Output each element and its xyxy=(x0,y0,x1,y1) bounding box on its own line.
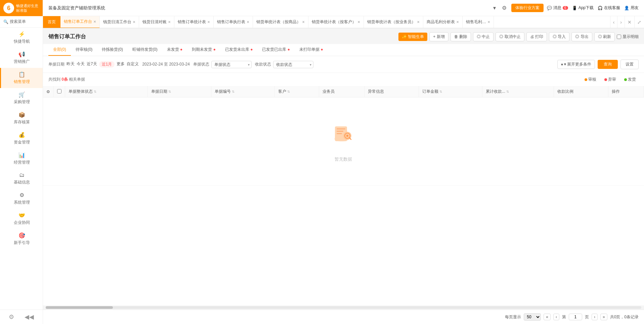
sub-tab-no-print[interactable]: 未打印单据 ● xyxy=(295,44,328,56)
sub-tab-shipped-out[interactable]: 已发货已出库 ● xyxy=(257,44,295,56)
ship-button[interactable]: 发货 xyxy=(621,76,639,83)
sort-number[interactable]: ⇅ xyxy=(232,90,234,93)
tab-sales-exec[interactable]: 销售订单执行表 ✕ xyxy=(214,16,253,28)
user-menu[interactable]: 👤 用友 xyxy=(624,5,639,11)
tab-staff-stats[interactable]: 销货单统计表（按业务员） ✕ xyxy=(364,16,423,28)
filter-date-1month[interactable]: 近1月 xyxy=(99,61,115,68)
smart-create-button[interactable]: ✨ 智能生单 xyxy=(398,33,427,41)
tab-close-reconciliation[interactable]: ✕ xyxy=(168,20,171,24)
show-detail-input[interactable] xyxy=(617,35,621,39)
print-button[interactable]: 🖨 打印 xyxy=(526,32,547,41)
sidebar-item-operation[interactable]: 📊 经营管理 xyxy=(0,149,43,169)
show-detail-checkbox[interactable]: 显示明细 xyxy=(617,34,639,40)
next-page-button[interactable]: › xyxy=(592,314,598,320)
app-download-button[interactable]: 📱 App下载 xyxy=(572,5,594,11)
page-suffix: 页 xyxy=(585,314,589,320)
filter-payment-select[interactable]: 收款状态 xyxy=(273,61,313,68)
tab-close-sales-profit[interactable]: ✕ xyxy=(487,20,490,24)
settings-footer-icon[interactable]: ⚙ xyxy=(9,313,14,321)
tab-profit[interactable]: 商品毛利分析表 ✕ xyxy=(423,16,463,28)
tab-close-staff-stats[interactable]: ✕ xyxy=(417,20,420,24)
tab-close-sales-stats[interactable]: ✕ xyxy=(207,20,210,24)
cancel-stop-button[interactable]: ◎ 取消中止 xyxy=(496,32,524,41)
th-checkbox[interactable] xyxy=(54,86,65,97)
export-button[interactable]: ◎ 导出 xyxy=(571,32,592,41)
tab-sales-stats[interactable]: 销售订单统计表 ✕ xyxy=(174,16,214,28)
tab-close-daily-cash[interactable]: ✕ xyxy=(133,20,135,24)
sort-status[interactable]: ⇅ xyxy=(94,90,96,93)
sort-amount[interactable]: ⇅ xyxy=(439,90,442,93)
filter-date-custom[interactable]: 自定义 xyxy=(127,61,139,68)
sidebar-item-basic[interactable]: 🗂 基础信息 xyxy=(0,169,43,189)
delete-button[interactable]: 🗑 删除 xyxy=(450,32,471,41)
sub-tab-not-shipped[interactable]: 未发货 ● xyxy=(162,44,187,56)
query-button[interactable]: 查询 xyxy=(598,60,618,69)
sub-tab-pending-check[interactable]: 待拣验货(0) xyxy=(97,44,128,56)
th-settings[interactable]: ⚙ xyxy=(43,86,54,97)
filter-date-more[interactable]: 更多 xyxy=(117,61,125,68)
sidebar-item-sales[interactable]: 📋 销售管理 xyxy=(0,68,43,88)
collapse-icon[interactable]: ◀◀ xyxy=(25,313,34,321)
tab-next-icon[interactable]: › xyxy=(617,16,625,28)
sub-tab-wangpu-ship[interactable]: 旺铺待发货(0) xyxy=(128,44,162,56)
refresh-button[interactable]: ◎ 刷新 xyxy=(594,32,615,41)
tab-close-profit[interactable]: ✕ xyxy=(456,20,459,24)
audit-button[interactable]: 审核 xyxy=(582,76,599,83)
sort-customer[interactable]: ⇅ xyxy=(287,90,290,93)
filter-settings-button[interactable]: 设置 xyxy=(620,59,639,69)
tab-close-sales[interactable]: ✕ xyxy=(93,20,96,24)
sort-accumulated[interactable]: ⇅ xyxy=(506,90,509,93)
sub-tab-all[interactable]: 全部(0) xyxy=(48,44,71,56)
sub-tab-shipped-no-out[interactable]: 已发货未出库 ● xyxy=(220,44,258,56)
sidebar-item-search[interactable]: 🔍 搜索菜单 xyxy=(0,16,43,28)
stop-button[interactable]: ◎ 中止 xyxy=(473,32,493,41)
first-page-button[interactable]: « xyxy=(544,314,551,320)
expand-filter-button[interactable]: ▾ ▾ 展开更多条件 xyxy=(557,60,595,69)
dropdown-icon[interactable]: ▾ xyxy=(493,5,496,11)
tab-daily-cash[interactable]: 钱货日清工作台 ✕ xyxy=(100,16,139,28)
tab-sales-profit[interactable]: 销售毛利… ✕ xyxy=(463,16,494,28)
message-button[interactable]: 💬 消息 6 xyxy=(547,5,568,11)
select-all-checkbox[interactable] xyxy=(57,89,61,93)
sidebar-item-newbie[interactable]: 🎯 新手引导 xyxy=(0,229,43,249)
sidebar-item-purchase[interactable]: 🛒 采购管理 xyxy=(0,88,43,108)
tab-home[interactable]: 首页 xyxy=(43,16,60,28)
tab-reconciliation[interactable]: 钱货日清对账 ✕ xyxy=(139,16,174,28)
sidebar-item-system[interactable]: ⚙ 系统管理 xyxy=(0,189,43,209)
tab-maximize-icon[interactable]: ⤢ xyxy=(634,16,644,28)
sidebar-item-inventory[interactable]: 📦 库存核算 xyxy=(0,108,43,128)
prev-page-button[interactable]: ‹ xyxy=(553,314,559,320)
sidebar-item-enterprise[interactable]: 🤝 企业协同 xyxy=(0,209,43,229)
filter-date-yesterday[interactable]: 昨天 xyxy=(67,61,75,68)
filter-date-today[interactable]: 今天 xyxy=(77,61,85,68)
tab-goods-stats[interactable]: 销货单统计表（按商品） ✕ xyxy=(253,16,308,28)
tab-close-all-icon[interactable]: ✕ xyxy=(625,16,634,28)
import-button[interactable]: ◎ 导入 xyxy=(549,32,569,41)
horizontal-scrollbar[interactable] xyxy=(43,306,644,310)
sub-tab-overdue-ship[interactable]: 到期未发货 ● xyxy=(187,44,220,56)
gear-icon[interactable]: ⚙ xyxy=(502,5,507,11)
unaudit-button[interactable]: 弃审 xyxy=(602,76,619,83)
tab-customer-stats[interactable]: 销货单统计表（按客户） ✕ xyxy=(308,16,364,28)
filter-status-select[interactable]: 单据状态 xyxy=(211,61,252,68)
page-number-input[interactable] xyxy=(569,314,582,320)
filter-date-7days[interactable]: 近7天 xyxy=(87,61,97,68)
sub-tab-pending-review[interactable]: 待审核(0) xyxy=(71,44,97,56)
tab-sales-workbench[interactable]: 销售订单工作台 ✕ xyxy=(60,16,100,28)
sort-date[interactable]: ⇅ xyxy=(168,90,171,93)
add-button[interactable]: + 新增 xyxy=(429,32,448,41)
filter-date-range: 2023-02-24 至 2023-03-24 xyxy=(142,62,189,67)
sidebar-item-quick[interactable]: ⚡ 快捷导航 xyxy=(0,28,43,48)
tab-close-sales-exec[interactable]: ✕ xyxy=(247,20,249,24)
tab-prev-icon[interactable]: ‹ xyxy=(610,16,617,28)
tab-close-goods-stats[interactable]: ✕ xyxy=(302,20,305,24)
cta-button[interactable]: 体验行业方案 xyxy=(511,4,544,12)
page-size-select[interactable]: 20 50 100 xyxy=(524,313,541,321)
sidebar-item-finance[interactable]: 💰 资金管理 xyxy=(0,128,43,149)
last-page-button[interactable]: » xyxy=(600,314,607,320)
sidebar-item-marketing[interactable]: 📢 营销推广 xyxy=(0,48,43,68)
scrollbar-thumb[interactable] xyxy=(46,306,113,309)
inventory-icon: 📦 xyxy=(18,112,25,118)
tab-close-customer-stats[interactable]: ✕ xyxy=(357,20,360,24)
online-service-button[interactable]: 🎧 在线客服 xyxy=(598,5,620,11)
